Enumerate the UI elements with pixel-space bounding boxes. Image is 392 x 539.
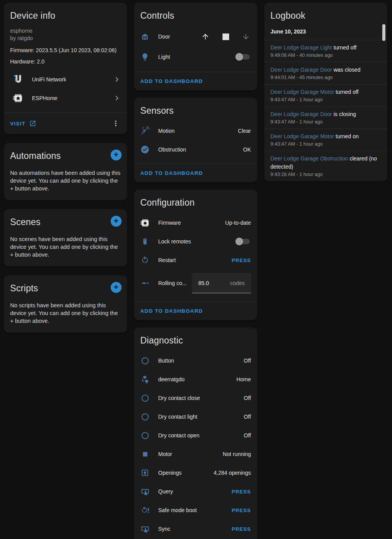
dry-contact-light-label[interactable]: Dry contact light (158, 414, 244, 420)
door-open-button[interactable] (198, 29, 213, 44)
logbook-entry: Deer Lodge Garage Door was closed 9:44:0… (264, 62, 387, 84)
safe-mode-boot-label[interactable]: Safe mode boot (158, 507, 231, 513)
query-press-button[interactable]: PRESS (231, 489, 251, 495)
gesture-tap-button-icon (140, 487, 150, 496)
light-label[interactable]: Light (158, 54, 237, 60)
slider-icon (140, 278, 150, 288)
remote-icon (140, 237, 150, 246)
restart-press-button[interactable]: PRESS (231, 257, 251, 263)
openings-value: 4,284 openings (214, 470, 251, 476)
entry-time: 9:43:47 AM - 1 hour ago (270, 141, 381, 147)
entry-action: turned on (335, 133, 358, 139)
entry-action: is closing (334, 111, 356, 117)
entry-time: 9:44:01 AM - 45 minutes ago (270, 75, 381, 80)
integration-label: ESPHome (32, 95, 112, 101)
device-hardware: Hardware: 2.0 (10, 58, 121, 65)
sync-press-button[interactable]: PRESS (231, 526, 251, 532)
deerratgdo-value: Home (237, 376, 251, 382)
entity-link[interactable]: Deer Lodge Garage Obstruction (270, 155, 348, 162)
dry-contact-open-label[interactable]: Dry contact open (158, 432, 244, 439)
motor-label[interactable]: Motor (158, 451, 223, 457)
logbook-entry: Deer Lodge Garage Light turned off 9:49:… (264, 40, 387, 62)
add-to-dashboard-button[interactable]: ADD TO DASHBOARD (140, 170, 203, 176)
overflow-menu-button[interactable] (111, 118, 122, 129)
add-scene-button[interactable]: + (111, 216, 122, 227)
rolling-code-label[interactable]: Rolling co... (158, 280, 192, 286)
entry-time: 9:49:08 AM - 40 minutes ago (270, 53, 381, 58)
device-byline: by ratgdo (10, 35, 121, 42)
controls-card: Controls Door Light ADD TO DASHBOARD (134, 3, 257, 90)
add-to-dashboard-button[interactable]: ADD TO DASHBOARD (140, 78, 203, 84)
circle-outline-icon (140, 412, 150, 421)
dry-contact-close-value: Off (244, 395, 251, 401)
diagnostic-card: Diagnostic Button Off deerratgdo Home Dr… (134, 328, 257, 539)
entry-time: 9:43:47 AM - 1 hour ago (270, 119, 381, 125)
add-automation-button[interactable]: + (111, 150, 122, 160)
entity-link[interactable]: Deer Lodge Garage Door (270, 67, 332, 73)
lock-remotes-label[interactable]: Lock remotes (158, 238, 237, 245)
stop-square-icon (222, 33, 229, 40)
add-to-dashboard-button[interactable]: ADD TO DASHBOARD (140, 308, 203, 314)
lan-icon (140, 375, 150, 384)
garage-door-icon (140, 32, 150, 41)
diagnostic-title: Diagnostic (134, 328, 257, 351)
gesture-tap-button-icon (140, 524, 150, 534)
esphome-logo-icon (12, 92, 24, 104)
restart-label[interactable]: Restart (158, 257, 231, 263)
door-close-button[interactable] (238, 29, 253, 44)
scenes-empty-text: No scenes have been added using this dev… (4, 233, 127, 266)
config-row-lock-remotes: Lock remotes (134, 232, 257, 251)
firmware-label[interactable]: Firmware (158, 220, 225, 226)
entity-link[interactable]: Deer Lodge Garage Motor (270, 89, 334, 95)
control-row-light: Light (134, 47, 257, 67)
integration-row-unifi[interactable]: UniFi Network (4, 70, 127, 89)
dots-vertical-icon (111, 119, 120, 128)
rolling-code-input[interactable]: 85.0 codes (192, 273, 251, 293)
entry-time: 9:43:28 AM - 1 hour ago (270, 172, 381, 177)
light-toggle[interactable] (237, 54, 250, 60)
entity-link[interactable]: Deer Lodge Garage Light (270, 44, 332, 51)
lock-remotes-toggle[interactable] (237, 239, 250, 244)
scripts-header: Scripts + (4, 275, 127, 299)
sync-label[interactable]: Sync (158, 526, 231, 532)
circle-outline-icon (140, 356, 150, 365)
middle-column: Controls Door Light ADD TO DASHBOARD Se (134, 3, 257, 539)
automations-card: Automations + No automations have been a… (4, 143, 127, 200)
add-script-button[interactable]: + (111, 282, 122, 293)
entity-link[interactable]: Deer Lodge Garage Door (270, 111, 332, 117)
door-label[interactable]: Door (158, 33, 198, 40)
visit-label: VISIT (10, 121, 25, 127)
visit-button[interactable]: VISIT (10, 120, 36, 127)
entry-action: was closed (334, 67, 360, 73)
openings-label[interactable]: Openings (158, 470, 214, 476)
dry-contact-close-label[interactable]: Dry contact close (158, 395, 244, 401)
sensors-card: Sensors Motion Clear Obstruction OK ADD … (134, 98, 257, 182)
door-stop-button[interactable] (218, 29, 233, 44)
query-label[interactable]: Query (158, 488, 231, 495)
circle-outline-icon (140, 431, 150, 440)
logbook-card: Logbook June 10, 2023 Deer Lodge Garage … (264, 3, 387, 181)
sensors-title: Sensors (134, 98, 257, 122)
device-info-title: Device info (4, 3, 127, 26)
button-label[interactable]: Button (158, 358, 244, 364)
integration-row-esphome[interactable]: ESPHome (4, 89, 127, 107)
logbook-entry: Deer Lodge Garage Motor turned on 9:43:4… (264, 129, 387, 151)
circle-outline-icon (140, 393, 150, 403)
deerratgdo-label[interactable]: deerratgdo (158, 376, 237, 382)
logbook-entry: Deer Lodge Garage Obstruction cleared (n… (264, 151, 387, 181)
integration-label: UniFi Network (32, 76, 112, 83)
motion-sensor-icon (140, 126, 150, 136)
safe-mode-boot-press-button[interactable]: PRESS (231, 507, 251, 513)
config-row-firmware: Firmware Up-to-date (134, 213, 257, 232)
entity-link[interactable]: Deer Lodge Garage Motor (270, 133, 334, 139)
diagnostic-row-sync: Sync PRESS (134, 520, 257, 538)
device-name: esphome (10, 27, 121, 35)
diagnostic-row-motor: Motor Not running (134, 445, 257, 463)
device-page: Device info esphome by ratgdo Firmware: … (0, 0, 392, 539)
device-meta: esphome by ratgdo Firmware: 2023.5.5 (Ju… (4, 26, 127, 65)
motion-label[interactable]: Motion (158, 128, 238, 134)
obstruction-label[interactable]: Obstruction (158, 146, 243, 153)
logbook-scrollbar-thumb[interactable] (382, 24, 385, 41)
restart-icon (140, 255, 150, 265)
diagnostic-row-button: Button Off (134, 351, 257, 370)
